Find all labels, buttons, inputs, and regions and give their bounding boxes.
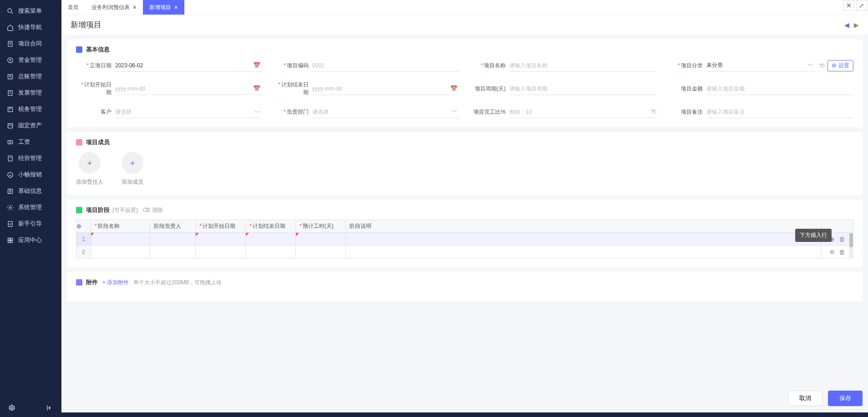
search-icon: [6, 7, 14, 15]
ellipsis-icon[interactable]: ⋯: [253, 108, 262, 115]
calendar-icon[interactable]: 📅: [448, 85, 459, 92]
basic-info-card: 基本信息 *立项日期 📅 *项目编码 *项目名称: [67, 39, 863, 127]
next-arrow-icon[interactable]: ▶: [854, 21, 859, 29]
sidebar-item-business[interactable]: 经营管理: [0, 150, 61, 166]
sidebar-item-asset[interactable]: 固定资产: [0, 117, 61, 134]
plus-icon: ＋: [86, 157, 94, 168]
sidebar-item-guide[interactable]: 新手引导: [0, 216, 61, 232]
save-button[interactable]: 保存: [828, 391, 863, 406]
col-stage-name: 阶段名称: [91, 220, 150, 233]
cell-name[interactable]: [91, 233, 150, 246]
clear-button[interactable]: ⌫清除: [142, 206, 163, 214]
add-owner-button[interactable]: ＋: [79, 152, 101, 174]
section-icon: [76, 46, 82, 53]
col-stage-hours: 预计工时(天): [296, 220, 346, 233]
tab-profit-report[interactable]: 业务利润预估表✕: [85, 0, 143, 15]
calendar-icon[interactable]: 📅: [251, 62, 262, 69]
cell-start[interactable]: [196, 246, 246, 258]
insert-row-icon[interactable]: ⊕: [829, 248, 835, 256]
cell-end[interactable]: [246, 233, 296, 246]
category-setting-button[interactable]: ⚙设置: [827, 60, 853, 71]
init-date-input[interactable]: [115, 62, 251, 69]
sidebar-label: 税务管理: [18, 105, 42, 113]
close-icon[interactable]: ✕: [132, 5, 137, 10]
page-title: 新增项目: [71, 20, 102, 30]
system-icon: [6, 204, 14, 211]
chevron-down-icon[interactable]: ﹀: [450, 108, 459, 116]
col-stage-owner: 阶段负责人: [150, 220, 196, 233]
cell-start[interactable]: [196, 233, 246, 246]
tab-new-project[interactable]: 新增项目✕: [143, 0, 184, 15]
category-select[interactable]: [706, 62, 806, 69]
table-scrollbar[interactable]: [849, 232, 853, 258]
window-close-button[interactable]: ✕: [843, 0, 854, 11]
sidebar-item-basic-info[interactable]: 基础信息: [0, 183, 61, 199]
plan-end-input[interactable]: [312, 85, 448, 92]
sidebar-item-search[interactable]: 搜索菜单: [0, 3, 61, 19]
cell-desc[interactable]: [346, 246, 822, 258]
tabs-bar: 首页 业务利润预估表✕ 新增项目✕ ✕ ⤢: [61, 0, 868, 15]
sidebar-label: 系统管理: [18, 203, 42, 211]
delete-row-icon[interactable]: 🗑: [839, 248, 845, 256]
attachment-hint: 单个大小不超过200MB，可拖拽上传: [133, 279, 222, 286]
help-icon[interactable]: ?⃝: [651, 108, 656, 115]
sidebar-item-salary[interactable]: 工资: [0, 134, 61, 150]
table-row[interactable]: 1 ⊕ 🗑: [76, 233, 853, 246]
prev-arrow-icon[interactable]: ◀: [844, 21, 849, 29]
table-row[interactable]: 2 ⊕ 🗑: [76, 246, 853, 258]
sidebar-label: 项目合同: [18, 40, 42, 48]
sidebar-label: 快捷导航: [18, 23, 42, 31]
amount-input[interactable]: [706, 85, 853, 92]
window-expand-button[interactable]: ⤢: [856, 0, 867, 11]
label-plan-start: 计划开始日期: [84, 81, 112, 95]
chevron-down-icon[interactable]: ﹀: [806, 61, 816, 70]
apps-icon: [6, 236, 14, 244]
plan-start-input[interactable]: [115, 85, 251, 92]
cell-owner[interactable]: [150, 246, 196, 258]
business-icon: [6, 155, 14, 162]
sidebar-item-tax[interactable]: 税务管理: [0, 101, 61, 117]
sidebar-item-quicknav[interactable]: 快捷导航: [0, 19, 61, 35]
cell-desc[interactable]: [346, 233, 822, 246]
col-stage-start: 计划开始日期: [196, 220, 246, 233]
svg-rect-15: [10, 238, 12, 240]
customer-select[interactable]: [115, 109, 253, 115]
code-input[interactable]: [312, 62, 459, 69]
gear-column-header[interactable]: ⚙: [76, 220, 91, 233]
remark-input[interactable]: [706, 109, 853, 115]
sidebar-item-fund[interactable]: 资金管理: [0, 52, 61, 68]
cell-hours[interactable]: [296, 246, 346, 258]
progress-input[interactable]: [509, 109, 651, 115]
delete-row-icon[interactable]: 🗑: [839, 236, 845, 243]
sidebar: 搜索菜单 快捷导航 项目合同 资金管理 总账管理 发票管理 税务管理 固定资产: [0, 0, 61, 417]
sidebar-label: 固定资产: [18, 121, 42, 130]
add-attachment-button[interactable]: + 添加附件: [102, 279, 129, 286]
section-icon: [76, 207, 82, 213]
name-input[interactable]: [509, 62, 656, 69]
sidebar-item-expense[interactable]: 小畅报销: [0, 166, 61, 183]
cell-end[interactable]: [246, 246, 296, 258]
sidebar-label: 基础信息: [18, 187, 42, 195]
cell-hours[interactable]: [296, 233, 346, 246]
svg-point-8: [10, 141, 11, 143]
sidebar-item-contract[interactable]: 项目合同: [0, 35, 61, 52]
sidebar-item-system[interactable]: 系统管理: [0, 199, 61, 216]
close-icon[interactable]: ✕: [174, 5, 178, 10]
sidebar-item-apps[interactable]: 应用中心: [0, 232, 61, 248]
page-header: 新增项目 ◀ ▶: [61, 15, 868, 35]
stages-card: 项目阶段 (可不设置) ⌫清除 ⚙ 阶段名称 阶段负责人: [67, 200, 863, 267]
settings-icon[interactable]: [7, 403, 16, 412]
tab-home[interactable]: 首页: [61, 0, 85, 15]
dept-select[interactable]: [312, 109, 450, 115]
add-member-button[interactable]: ＋: [122, 152, 143, 174]
help-icon[interactable]: ?⃝: [819, 62, 825, 69]
cell-owner[interactable]: [150, 233, 196, 246]
collapse-icon[interactable]: [45, 403, 54, 412]
cell-name[interactable]: [91, 246, 150, 258]
sidebar-item-ledger[interactable]: 总账管理: [0, 68, 61, 85]
period-input[interactable]: [509, 85, 656, 92]
sidebar-item-invoice[interactable]: 发票管理: [0, 85, 61, 101]
svg-rect-6: [8, 123, 12, 128]
calendar-icon[interactable]: 📅: [251, 85, 262, 92]
cancel-button[interactable]: 取消: [788, 391, 822, 406]
